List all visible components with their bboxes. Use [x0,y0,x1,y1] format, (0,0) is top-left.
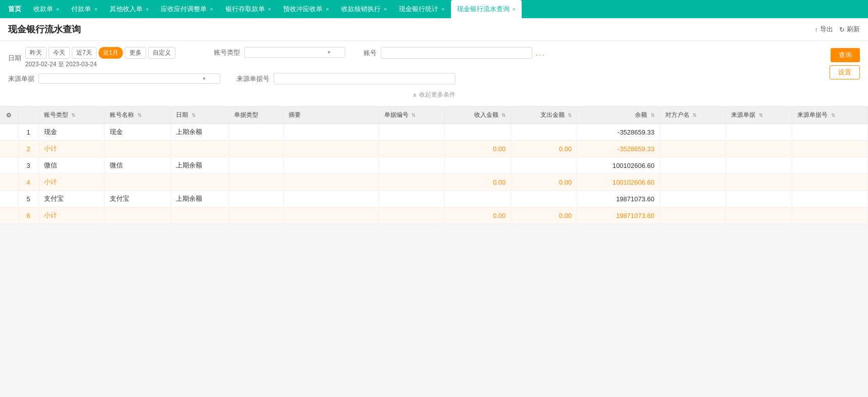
td-balance: 19871073.60 [577,207,660,224]
close-icon[interactable]: × [441,6,444,12]
date-filter-group: 日期 昨天 今天 近7天 近1月 更多 自定义 2023-02-24 至 202… [8,47,175,69]
nav-tab-shoukuan-hexiao[interactable]: 收款核销执行 × [335,0,393,18]
close-icon[interactable]: × [56,6,59,12]
th-index [18,107,38,124]
td-summary [284,124,379,141]
export-icon: ↑ [815,26,818,33]
td-row-action [0,124,18,141]
th-account-type[interactable]: 账号类型 ⇅ [38,107,105,124]
nav-tab-qitashoururd[interactable]: 其他收入单 × [104,0,155,18]
close-icon[interactable]: × [513,6,516,12]
td-account-name: 支付宝 [105,191,171,207]
collapse-bar: ∧ 收起更多条件 [8,89,860,100]
close-icon[interactable]: × [268,6,271,12]
td-row-index: 6 [18,207,38,224]
source-doc-label: 来源单据 [8,74,34,83]
th-account-name[interactable]: 账号名称 ⇅ [105,107,171,124]
source-doc-select[interactable]: ▾ [38,73,220,84]
td-row-action [0,157,18,174]
query-button[interactable]: 查询 [831,48,860,62]
th-settings[interactable]: ⚙ [0,107,18,124]
date-1month[interactable]: 近1月 [99,47,123,59]
td-doc-type [229,157,283,174]
close-icon[interactable]: × [326,6,329,12]
td-doc-type [229,207,283,224]
th-income[interactable]: 收入金额 ⇅ [445,107,511,124]
nav-tab-shoukuandan[interactable]: 收款单 × [27,0,65,18]
close-icon[interactable]: × [146,6,149,12]
td-expense: 0.00 [511,174,577,191]
td-source-doc-no [792,124,868,141]
td-row-action [0,191,18,207]
td-doc-no [379,141,445,157]
table-row: 5支付宝支付宝上期余额19871073.60 [0,191,868,207]
td-row-index: 4 [18,174,38,191]
td-expense [511,191,577,207]
date-options: 昨天 今天 近7天 近1月 更多 自定义 [25,47,175,59]
close-icon[interactable]: × [384,6,387,12]
settings-button[interactable]: 设置 [830,65,860,79]
td-income [445,157,511,174]
td-balance: 100102606.60 [577,174,660,191]
collapse-button[interactable]: ∧ 收起更多条件 [413,91,455,99]
td-balance: -3528659.33 [577,141,660,157]
nav-tab-xianjin-liushui[interactable]: 现金银行流水查询 × [451,0,522,18]
td-account-type: 小计 [38,207,105,224]
date-more[interactable]: 更多 [125,47,146,59]
source-doc-no-filter-group: 来源单据号 [237,73,455,84]
nav-tab-yingshou[interactable]: 应收应付调整单 × [155,0,219,18]
td-account-name: 微信 [105,157,171,174]
td-summary [284,191,379,207]
date-yesterday[interactable]: 昨天 [25,47,47,59]
close-icon[interactable]: × [210,6,213,12]
nav-tab-yushou[interactable]: 预收冲应收单 × [277,0,335,18]
td-summary [284,157,379,174]
th-source-doc[interactable]: 来源单据 ⇅ [726,107,792,124]
th-counter-party[interactable]: 对方户名 ⇅ [660,107,726,124]
refresh-icon: ↻ [839,26,845,33]
date-today[interactable]: 今天 [49,47,70,59]
source-doc-filter-group: 来源单据 ▾ [8,73,220,84]
th-source-doc-no[interactable]: 来源单据号 ⇅ [792,107,868,124]
td-counter-party [660,157,726,174]
top-nav: 首页 收款单 × 付款单 × 其他收入单 × 应收应付调整单 × 银行存取款单 … [0,0,868,18]
page-header: 现金银行流水查询 ↑ 导出 ↻ 刷新 [0,18,868,41]
th-expense[interactable]: 支出金额 ⇅ [511,107,577,124]
sort-icon: ⇅ [138,112,142,118]
td-income [445,191,511,207]
account-input[interactable] [381,47,532,59]
td-row-index: 1 [18,124,38,141]
td-doc-no [379,191,445,207]
td-doc-no [379,207,445,224]
td-date [171,141,229,157]
th-balance[interactable]: 余额 ⇅ [577,107,660,124]
date-7days[interactable]: 近7天 [72,47,97,59]
th-date[interactable]: 日期 ⇅ [171,107,229,124]
td-counter-party [660,174,726,191]
th-doc-type: 单据类型 [229,107,283,124]
refresh-button[interactable]: ↻ 刷新 [839,25,860,34]
th-doc-no[interactable]: 单据编号 ⇅ [379,107,445,124]
sort-icon: ⇅ [71,112,75,118]
td-counter-party [660,124,726,141]
td-summary [284,141,379,157]
account-type-select[interactable]: ▾ [244,47,345,58]
td-row-index: 5 [18,191,38,207]
main-content: ⚙ 账号类型 ⇅ 账号名称 ⇅ 日期 ⇅ [0,107,868,224]
nav-tab-yinhang[interactable]: 银行存取款单 × [219,0,277,18]
td-date [171,174,229,191]
data-table: ⚙ 账号类型 ⇅ 账号名称 ⇅ 日期 ⇅ [0,107,868,224]
date-custom[interactable]: 自定义 [148,47,175,59]
td-balance: 19871073.60 [577,191,660,207]
td-row-action [0,207,18,224]
close-icon[interactable]: × [94,6,97,12]
td-counter-party [660,191,726,207]
export-button[interactable]: ↑ 导出 [815,25,834,34]
table-header-row: ⚙ 账号类型 ⇅ 账号名称 ⇅ 日期 ⇅ [0,107,868,124]
nav-home[interactable]: 首页 [2,0,27,18]
source-doc-no-input[interactable] [273,73,455,84]
nav-tab-xianjin-tongji[interactable]: 现金银行统计 × [393,0,450,18]
more-options-button[interactable]: ... [535,49,545,58]
nav-tab-fukuandan[interactable]: 付款单 × [65,0,103,18]
td-date: 上期余额 [171,157,229,174]
